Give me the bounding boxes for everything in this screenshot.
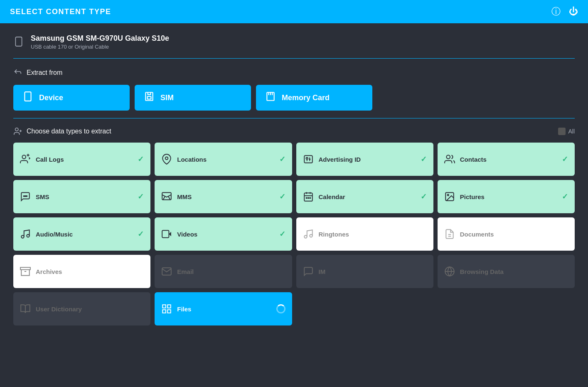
svg-point-43 bbox=[310, 234, 312, 237]
extract-buttons-container: Device SIM Memory Card bbox=[13, 85, 575, 111]
item-user-dictionary: User Dictionary bbox=[13, 292, 150, 325]
item-videos[interactable]: Videos ✓ bbox=[155, 217, 292, 251]
item-sms[interactable]: SMS ✓ bbox=[13, 180, 150, 213]
mms-icon bbox=[161, 191, 172, 202]
divider-1 bbox=[13, 58, 575, 59]
contacts-check: ✓ bbox=[562, 155, 568, 164]
sms-check: ✓ bbox=[138, 192, 144, 201]
advertising-id-check: ✓ bbox=[421, 155, 427, 164]
browsing-data-label: Browsing Data bbox=[460, 268, 568, 275]
svg-point-37 bbox=[447, 195, 448, 196]
files-icon bbox=[161, 303, 172, 314]
svg-point-22 bbox=[446, 155, 450, 159]
svg-rect-17 bbox=[304, 155, 312, 163]
calendar-check: ✓ bbox=[421, 192, 427, 201]
item-calendar[interactable]: Calendar ✓ bbox=[296, 180, 433, 213]
item-files[interactable]: Files bbox=[155, 292, 292, 325]
item-mms[interactable]: MMS ✓ bbox=[155, 180, 292, 213]
item-contacts[interactable]: Contacts ✓ bbox=[438, 143, 575, 176]
item-call-logs[interactable]: Call Logs ✓ bbox=[13, 143, 150, 176]
all-checkbox[interactable] bbox=[558, 128, 566, 135]
svg-rect-52 bbox=[167, 310, 171, 313]
item-advertising-id[interactable]: Advertising ID ✓ bbox=[296, 143, 433, 176]
svg-rect-40 bbox=[162, 230, 169, 237]
svg-point-24 bbox=[25, 196, 26, 197]
ringtones-label: Ringtones bbox=[319, 231, 427, 238]
svg-line-27 bbox=[163, 197, 165, 200]
phone-icon bbox=[13, 33, 24, 51]
svg-point-35 bbox=[310, 197, 310, 198]
svg-rect-51 bbox=[167, 305, 171, 308]
extract-label: Extract from bbox=[27, 69, 62, 76]
user-dictionary-icon bbox=[20, 303, 31, 314]
audio-music-icon bbox=[20, 229, 31, 239]
data-section-header: Choose data types to extract All bbox=[13, 127, 575, 136]
sim-btn-icon bbox=[144, 91, 155, 104]
browsing-data-icon bbox=[444, 266, 455, 277]
all-checkbox-area[interactable]: All bbox=[558, 128, 575, 135]
svg-point-33 bbox=[306, 197, 307, 198]
svg-rect-0 bbox=[15, 37, 22, 46]
svg-point-23 bbox=[24, 196, 25, 197]
audio-music-label: Audio/Music bbox=[36, 231, 133, 238]
sms-label: SMS bbox=[36, 193, 133, 200]
ringtones-icon bbox=[303, 229, 314, 239]
email-label: Email bbox=[177, 268, 285, 275]
all-label: All bbox=[568, 128, 575, 135]
item-audio-music[interactable]: Audio/Music ✓ bbox=[13, 217, 150, 251]
audio-music-check: ✓ bbox=[138, 229, 144, 239]
files-spinner bbox=[276, 304, 285, 313]
memory-card-btn-label: Memory Card bbox=[282, 94, 330, 102]
device-name: Samsung GSM SM-G970U Galaxy S10e bbox=[31, 34, 169, 43]
svg-rect-50 bbox=[163, 305, 166, 308]
item-browsing-data: Browsing Data bbox=[438, 255, 575, 288]
device-btn-icon bbox=[22, 91, 33, 104]
pictures-check: ✓ bbox=[562, 192, 568, 201]
locations-label: Locations bbox=[177, 156, 274, 163]
device-button[interactable]: Device bbox=[13, 85, 130, 111]
svg-point-16 bbox=[165, 157, 168, 160]
documents-label: Documents bbox=[460, 231, 568, 238]
item-pictures[interactable]: Pictures ✓ bbox=[438, 180, 575, 213]
data-section-left: Choose data types to extract bbox=[13, 127, 111, 136]
svg-line-28 bbox=[169, 197, 170, 200]
item-locations[interactable]: Locations ✓ bbox=[155, 143, 292, 176]
videos-icon bbox=[161, 229, 172, 239]
call-logs-label: Call Logs bbox=[36, 156, 133, 163]
page-title: SELECT CONTENT TYPE bbox=[10, 7, 111, 16]
advertising-id-label: Advertising ID bbox=[319, 156, 416, 163]
item-ringtones[interactable]: Ringtones bbox=[296, 217, 433, 251]
svg-point-42 bbox=[304, 235, 307, 238]
app-header: SELECT CONTENT TYPE ⓘ ⏻ bbox=[0, 0, 588, 23]
item-archives[interactable]: Archives bbox=[13, 255, 150, 288]
data-section-icon bbox=[13, 127, 22, 136]
item-documents[interactable]: Documents bbox=[438, 217, 575, 251]
memory-card-button[interactable]: Memory Card bbox=[256, 85, 372, 111]
svg-rect-2 bbox=[25, 92, 31, 101]
help-icon[interactable]: ⓘ bbox=[551, 5, 561, 18]
divider-2 bbox=[13, 118, 575, 118]
data-type-grid: Call Logs ✓ Locations ✓ Advertising ID ✓ bbox=[13, 143, 575, 325]
sim-btn-label: SIM bbox=[160, 94, 174, 102]
main-content: Samsung GSM SM-G970U Galaxy S10e USB cab… bbox=[0, 23, 588, 335]
mms-check: ✓ bbox=[279, 192, 285, 201]
locations-check: ✓ bbox=[279, 155, 285, 164]
svg-rect-29 bbox=[304, 193, 312, 201]
svg-point-34 bbox=[308, 197, 308, 198]
device-cable: USB cable 170 or Original Cable bbox=[31, 44, 169, 50]
im-label: IM bbox=[319, 268, 427, 275]
videos-check: ✓ bbox=[279, 229, 285, 239]
svg-point-38 bbox=[21, 235, 24, 238]
sim-button[interactable]: SIM bbox=[135, 85, 251, 111]
pictures-label: Pictures bbox=[460, 193, 557, 200]
power-icon[interactable]: ⏻ bbox=[569, 6, 578, 17]
header-actions: ⓘ ⏻ bbox=[551, 5, 578, 18]
call-logs-check: ✓ bbox=[138, 155, 144, 164]
svg-point-10 bbox=[15, 128, 18, 131]
user-dictionary-label: User Dictionary bbox=[36, 306, 144, 313]
advertising-id-icon bbox=[303, 154, 314, 165]
svg-rect-46 bbox=[20, 267, 30, 269]
device-details: Samsung GSM SM-G970U Galaxy S10e USB cab… bbox=[31, 34, 169, 50]
call-logs-icon bbox=[20, 154, 31, 165]
data-section-label: Choose data types to extract bbox=[27, 128, 111, 135]
